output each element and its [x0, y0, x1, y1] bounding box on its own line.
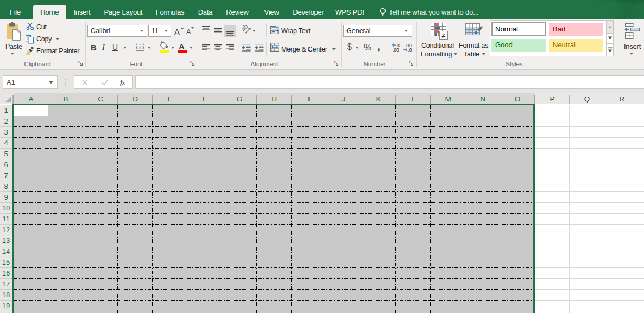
svg-text:10: 10: [2, 204, 10, 212]
svg-text:17: 17: [2, 280, 10, 288]
svg-text:13: 13: [2, 237, 10, 245]
svg-text:19: 19: [2, 302, 10, 310]
svg-text:3: 3: [4, 128, 8, 136]
svg-text:L: L: [411, 95, 415, 103]
svg-text:R: R: [619, 95, 624, 103]
svg-text:M: M: [445, 95, 451, 103]
svg-text:C: C: [98, 95, 103, 103]
svg-text:14: 14: [2, 247, 10, 255]
svg-text:O: O: [515, 95, 521, 103]
svg-text:15: 15: [2, 258, 10, 266]
svg-text:≠: ≠: [441, 31, 445, 40]
svg-text:7: 7: [4, 171, 8, 180]
svg-text:P: P: [550, 95, 554, 103]
svg-text:4: 4: [4, 139, 8, 147]
svg-text:11: 11: [2, 215, 10, 223]
svg-text:.00: .00: [393, 47, 399, 52]
svg-text:I: I: [308, 95, 310, 103]
svg-text:D: D: [132, 95, 138, 103]
svg-text:18: 18: [2, 291, 10, 299]
svg-text:A: A: [28, 95, 33, 103]
svg-text:J: J: [342, 95, 346, 103]
svg-text:ab: ab: [242, 25, 249, 32]
svg-text:B: B: [63, 95, 68, 103]
svg-text:9: 9: [4, 193, 8, 201]
svg-text:.0: .0: [408, 47, 412, 52]
svg-text:E: E: [167, 95, 172, 103]
svg-text:H: H: [272, 95, 277, 103]
svg-text:K: K: [376, 95, 381, 103]
svg-text:16: 16: [2, 269, 10, 277]
svg-text:1: 1: [4, 106, 8, 114]
svg-text:12: 12: [2, 226, 10, 234]
svg-text:Q: Q: [584, 95, 590, 103]
svg-text:8: 8: [4, 182, 8, 190]
svg-text:2: 2: [4, 117, 8, 125]
svg-text:6: 6: [4, 161, 8, 169]
svg-text:N: N: [480, 95, 485, 103]
svg-text:G: G: [237, 95, 243, 103]
svg-text:F: F: [203, 95, 207, 103]
svg-text:5: 5: [4, 150, 8, 158]
